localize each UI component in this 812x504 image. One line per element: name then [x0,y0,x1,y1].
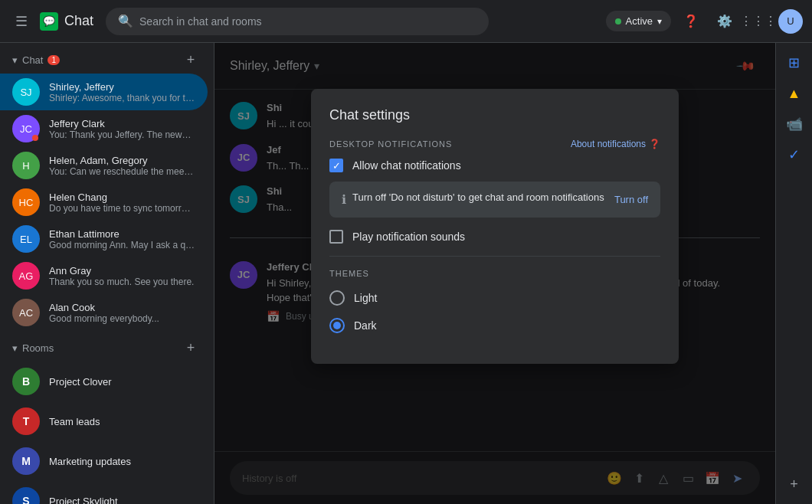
room-icon: M [12,447,40,475]
theme-dark-label: Dark [354,319,377,332]
chat-item-helen-chang[interactable]: HC Helen Chang Do you have time to sync … [0,184,208,221]
hamburger-icon[interactable]: ☰ [9,7,34,36]
app-logo: 💬 [40,12,58,31]
tasks-button[interactable]: ✓ [781,141,808,169]
chat-text-shirley: Shirley, Jeffery Shirley: Awesome, thank… [49,81,195,103]
chat-section-title: ▾ Chat 1 [12,54,60,66]
help-circle-icon: ❓ [649,139,660,149]
add-apps-button[interactable]: + [781,470,808,498]
chat-item-ethan[interactable]: EL Ethan Lattimore Good morning Ann. May… [0,221,208,257]
radio-selected-dot [333,322,341,329]
main-content: ▾ Chat 1 + SJ Shirley, Jeffery Shirley: … [0,43,812,504]
chat-text-ethan: Ethan Lattimore Good morning Ann. May I … [49,228,195,250]
chat-preview: Thank you so much. See you there. [49,277,195,287]
chat-name: Ann Gray [49,265,195,277]
modal-overlay[interactable]: Chat settings DESKTOP NOTIFICATIONS Abou… [214,43,775,504]
top-bar-right: Active ▾ ❓ ⚙️ ⋮⋮⋮ U [606,8,803,35]
unread-dot [32,135,38,141]
turn-off-link[interactable]: Turn off [614,194,648,205]
room-item-marketing[interactable]: M Marketing updates [0,441,208,481]
play-sounds-checkbox[interactable] [329,230,343,244]
avatar-shirley: SJ [12,78,40,106]
drive-button[interactable]: ▲ [781,80,808,107]
chat-item-helen-adam[interactable]: H Helen, Adam, Gregory You: Can we resch… [0,147,208,184]
search-bar[interactable]: 🔍 [106,8,489,35]
rooms-section-title: ▾ Rooms [12,342,54,354]
status-dot [615,18,621,25]
avatar-jeffery: JC [12,115,40,142]
chat-text-ann: Ann Gray Thank you so much. See you ther… [49,265,195,287]
theme-light-radio[interactable] [329,290,345,306]
themes-label: THEMES [329,269,660,278]
chat-section-arrow: ▾ [12,54,18,66]
room-item-team-leads[interactable]: T Team leads [0,401,208,441]
new-room-button[interactable]: + [180,337,201,358]
info-icon: ℹ [342,191,346,208]
chat-item-alan[interactable]: AC Alan Cook Good morning everybody... [0,294,208,331]
rooms-section-header: ▾ Rooms + [0,331,214,362]
chat-item-jeffery[interactable]: JC Jeffery Clark You: Thank you Jeffery.… [0,110,208,147]
meet-button[interactable]: 📹 [781,110,808,138]
modal-title: Chat settings [329,107,660,123]
active-label: Active [626,15,653,27]
avatar-ann: AG [12,262,40,290]
theme-light-row[interactable]: Light [329,290,660,306]
chat-text-helen-chang: Helen Chang Do you have time to sync tom… [49,191,195,214]
chat-name: Jeffery Clark [49,118,195,129]
avatar-helen-adam: H [12,152,40,179]
room-name: Team leads [49,416,100,427]
room-icon: T [12,407,40,435]
app-title: Chat [64,13,93,29]
room-name: Project Skylight [49,496,118,505]
google-apps-button[interactable]: ⊞ [781,49,808,77]
top-bar: ☰ 💬 Chat 🔍 Active ▾ ❓ ⚙️ ⋮⋮⋮ U [0,0,812,43]
sidebar: ▾ Chat 1 + SJ Shirley, Jeffery Shirley: … [0,43,214,504]
allow-notifications-row: ✓ Allow chat notifications [329,159,660,172]
chat-item-ann[interactable]: AG Ann Gray Thank you so much. See you t… [0,257,208,294]
checkmark-icon: ✓ [332,160,341,172]
about-notifications-link[interactable]: About notifications ❓ [571,139,660,149]
avatar-alan: AC [12,299,40,326]
desktop-notifications-label: DESKTOP NOTIFICATIONS About notification… [329,139,660,149]
chat-name: Ethan Lattimore [49,228,195,240]
user-avatar[interactable]: U [778,9,803,34]
chat-text-alan: Alan Cook Good morning everybody... [49,302,195,324]
chat-text-helen-adam: Helen, Adam, Gregory You: Can we resched… [49,155,195,177]
room-name: Marketing updates [49,456,131,467]
search-input[interactable] [139,15,476,28]
app-container: ☰ 💬 Chat 🔍 Active ▾ ❓ ⚙️ ⋮⋮⋮ U [0,0,812,504]
room-item-project-skylight[interactable]: S Project Skylight [0,481,208,504]
status-chevron: ▾ [657,16,662,27]
chat-item-shirley[interactable]: SJ Shirley, Jeffery Shirley: Awesome, th… [0,74,208,110]
room-item-project-clover[interactable]: B Project Clover [0,362,208,401]
chat-settings-modal: Chat settings DESKTOP NOTIFICATIONS Abou… [311,89,679,364]
search-icon: 🔍 [118,14,133,28]
help-button[interactable]: ❓ [677,8,705,35]
right-sidebar: ⊞ ▲ 📹 ✓ + [775,43,812,504]
theme-dark-radio[interactable] [329,318,345,333]
allow-notifications-checkbox[interactable]: ✓ [329,159,343,172]
chat-text-jeffery: Jeffery Clark You: Thank you Jeffery. Th… [49,118,195,140]
dnd-warning: ℹ Turn off 'Do not disturb' to get chat … [329,182,660,218]
room-name: Project Clover [49,376,112,388]
avatar-helen-chang: HC [12,188,40,216]
chat-preview: Good morning Ann. May I ask a question? [49,240,195,250]
active-status-badge[interactable]: Active ▾ [606,11,671,31]
chat-main: Shirley, Jeffery ▾ 📌 SJ Shi Hi ... it co… [214,43,775,504]
apps-button[interactable]: ⋮⋮⋮ [745,8,772,35]
modal-divider [329,256,660,257]
chat-preview: Good morning everybody... [49,313,195,324]
play-sounds-label: Play notification sounds [352,231,465,243]
chat-preview: You: Thank you Jeffery. The newsle... [49,129,195,140]
settings-button[interactable]: ⚙️ [711,8,738,35]
chat-preview: You: Can we reschedule the meeting for..… [49,166,195,177]
play-sounds-row: Play notification sounds [329,230,660,244]
chat-preview: Shirley: Awesome, thank you for the... [49,93,195,103]
theme-dark-row[interactable]: Dark [329,318,660,333]
chat-name: Helen, Adam, Gregory [49,155,195,166]
rooms-section-arrow: ▾ [12,342,18,354]
chat-name: Shirley, Jeffery [49,81,195,93]
new-chat-button[interactable]: + [180,49,201,70]
warning-text-content: ℹ Turn off 'Do not disturb' to get chat … [342,191,604,208]
allow-notifications-label: Allow chat notifications [352,159,461,172]
